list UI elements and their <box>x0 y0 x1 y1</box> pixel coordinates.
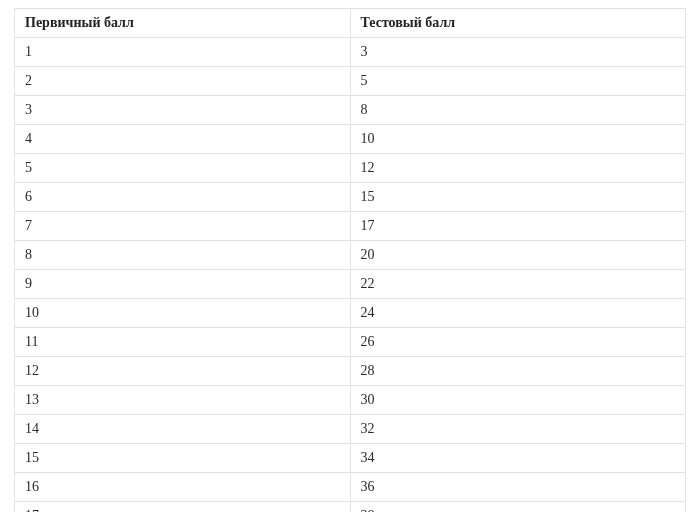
table-row: 922 <box>15 270 686 299</box>
table-row: 1126 <box>15 328 686 357</box>
cell-test: 26 <box>350 328 686 357</box>
cell-test: 30 <box>350 386 686 415</box>
table-row: 1432 <box>15 415 686 444</box>
cell-test: 12 <box>350 154 686 183</box>
cell-primary: 5 <box>15 154 351 183</box>
cell-test: 36 <box>350 473 686 502</box>
cell-test: 32 <box>350 415 686 444</box>
cell-primary: 4 <box>15 125 351 154</box>
table-row: 512 <box>15 154 686 183</box>
cell-test: 20 <box>350 241 686 270</box>
cell-primary: 9 <box>15 270 351 299</box>
cell-test: 38 <box>350 502 686 513</box>
cell-test: 5 <box>350 67 686 96</box>
score-conversion-table: Первичный балл Тестовый балл 13253841051… <box>14 8 686 512</box>
cell-primary: 1 <box>15 38 351 67</box>
cell-primary: 17 <box>15 502 351 513</box>
cell-test: 10 <box>350 125 686 154</box>
table-container: Первичный балл Тестовый балл 13253841051… <box>0 0 700 512</box>
cell-test: 3 <box>350 38 686 67</box>
cell-primary: 14 <box>15 415 351 444</box>
table-row: 1738 <box>15 502 686 513</box>
table-row: 1024 <box>15 299 686 328</box>
cell-primary: 11 <box>15 328 351 357</box>
table-row: 38 <box>15 96 686 125</box>
cell-primary: 8 <box>15 241 351 270</box>
cell-primary: 6 <box>15 183 351 212</box>
cell-test: 22 <box>350 270 686 299</box>
cell-primary: 13 <box>15 386 351 415</box>
cell-primary: 7 <box>15 212 351 241</box>
col-header-primary: Первичный балл <box>15 9 351 38</box>
cell-primary: 2 <box>15 67 351 96</box>
col-header-test: Тестовый балл <box>350 9 686 38</box>
cell-test: 17 <box>350 212 686 241</box>
cell-primary: 3 <box>15 96 351 125</box>
table-row: 820 <box>15 241 686 270</box>
cell-test: 34 <box>350 444 686 473</box>
table-row: 25 <box>15 67 686 96</box>
cell-test: 15 <box>350 183 686 212</box>
table-header-row: Первичный балл Тестовый балл <box>15 9 686 38</box>
cell-test: 28 <box>350 357 686 386</box>
cell-primary: 12 <box>15 357 351 386</box>
cell-primary: 10 <box>15 299 351 328</box>
cell-test: 24 <box>350 299 686 328</box>
table-row: 1330 <box>15 386 686 415</box>
cell-test: 8 <box>350 96 686 125</box>
cell-primary: 15 <box>15 444 351 473</box>
table-row: 1228 <box>15 357 686 386</box>
table-row: 1636 <box>15 473 686 502</box>
cell-primary: 16 <box>15 473 351 502</box>
table-row: 717 <box>15 212 686 241</box>
table-row: 1534 <box>15 444 686 473</box>
table-row: 410 <box>15 125 686 154</box>
table-row: 13 <box>15 38 686 67</box>
table-row: 615 <box>15 183 686 212</box>
